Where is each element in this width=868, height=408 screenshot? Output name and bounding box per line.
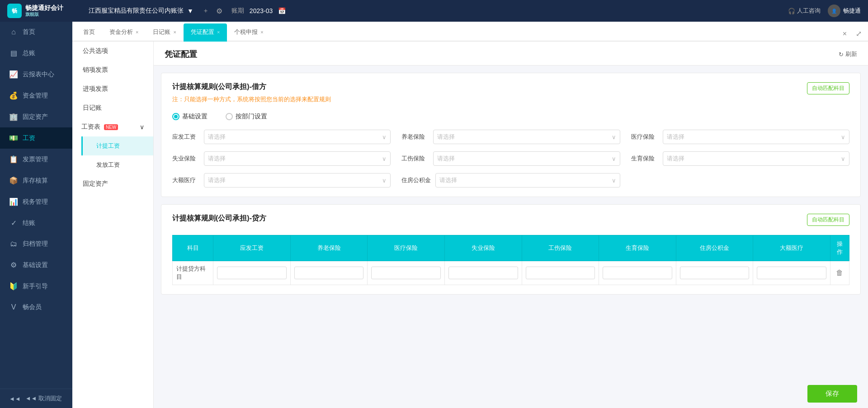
save-button[interactable]: 保存 <box>807 385 857 403</box>
cell-gjj-1[interactable] <box>676 261 753 285</box>
nav-salary-table[interactable]: 工资表 NEW ∨ <box>72 117 153 136</box>
radio-department[interactable]: 按部门设置 <box>226 113 267 121</box>
field-yanglao-select[interactable]: 请选择 ∨ <box>433 130 620 144</box>
add-icon[interactable]: ＋ <box>203 7 209 15</box>
nav-journal[interactable]: 日记账 <box>72 98 153 117</box>
cell-yanglao-1[interactable] <box>290 261 368 285</box>
sidebar-item-tax[interactable]: 📊 税务管理 <box>0 191 72 212</box>
funds-icon: 💰 <box>9 91 18 100</box>
cell-shiye-1[interactable] <box>445 261 522 285</box>
field-yingfa-select[interactable]: 请选择 ∨ <box>204 130 391 144</box>
sidebar-item-settings[interactable]: ⚙ 基础设置 <box>0 254 72 276</box>
radio-basic-label: 基础设置 <box>182 113 208 121</box>
tab-home-label: 首页 <box>83 28 95 36</box>
tab-voucher-close[interactable]: × <box>217 29 220 35</box>
debit-section-note: 注：只能选择一种方式，系统将按照您当前的选择来配置规则 <box>172 95 331 103</box>
cell-action-1[interactable]: 🗑 <box>830 261 849 285</box>
input-shengyu-1[interactable] <box>603 267 672 279</box>
row-label-1: 计提贷方科目 <box>173 261 213 285</box>
refresh-label: 刷新 <box>845 50 857 58</box>
field-yingfa-label: 应发工资 <box>172 133 199 141</box>
sidebar-item-guide[interactable]: 🔰 新手引导 <box>0 276 72 297</box>
tab-voucher[interactable]: 凭证配置 × <box>184 23 227 42</box>
cell-shengyu-1[interactable] <box>599 261 676 285</box>
sidebar-item-settle[interactable]: ✓ 结账 <box>0 212 72 234</box>
input-shiye-1[interactable] <box>448 267 518 279</box>
field-yiliao-placeholder: 请选择 <box>667 133 684 141</box>
input-yanglao-1[interactable] <box>294 267 364 279</box>
left-nav: 公共选项 销项发票 进项发票 日记账 工资表 NEW ∨ 计提工资 发放工资 固… <box>72 42 154 408</box>
sidebar-item-funds[interactable]: 💰 资金管理 <box>0 85 72 106</box>
tab-tax[interactable]: 个税申报 × <box>227 23 270 42</box>
sidebar-item-archive[interactable]: 🗂 归档管理 <box>0 234 72 254</box>
refresh-button[interactable]: ↻ 刷新 <box>839 50 857 58</box>
tab-journal[interactable]: 日记账 × <box>146 23 183 42</box>
support-area[interactable]: 🎧 人工咨询 <box>788 7 821 15</box>
app-title: 畅捷通好会计 <box>25 4 63 12</box>
tab-funds[interactable]: 资金分析 × <box>102 23 146 42</box>
cell-yiliao-1[interactable] <box>368 261 445 285</box>
tab-tax-label: 个税申报 <box>234 28 258 36</box>
support-label: 人工咨询 <box>797 7 821 15</box>
nav-sales[interactable]: 销项发票 <box>72 61 153 80</box>
sidebar-label-ledger: 总账 <box>23 49 35 57</box>
th-gongshang: 工伤保险 <box>522 235 599 261</box>
field-dae-arrow: ∨ <box>382 177 387 184</box>
sidebar-item-assets[interactable]: 🏢 固定资产 <box>0 106 72 127</box>
sidebar-item-reports[interactable]: 📈 云报表中心 <box>0 64 72 85</box>
sidebar-label-archive: 归档管理 <box>23 240 48 248</box>
collapse-label: ◄◄ 取消固定 <box>25 394 62 403</box>
input-yingfa-1[interactable] <box>217 267 287 279</box>
tab-close-all-btn[interactable]: × <box>840 29 849 39</box>
tab-expand-btn[interactable]: ⤢ <box>853 28 864 39</box>
cell-gongshang-1[interactable] <box>522 261 599 285</box>
field-dae-placeholder: 请选择 <box>208 176 226 184</box>
nav-fixed-assets[interactable]: 固定资产 <box>72 174 153 193</box>
field-gjj-select[interactable]: 请选择 ∨ <box>435 173 620 188</box>
sidebar-item-ledger[interactable]: ▤ 总账 <box>0 42 72 64</box>
nav-purchase[interactable]: 进项发票 <box>72 80 153 98</box>
radio-basic[interactable]: 基础设置 <box>172 113 208 121</box>
sidebar-collapse-btn[interactable]: ◄◄ ◄◄ 取消固定 <box>0 389 72 408</box>
calendar-icon[interactable]: 📅 <box>278 7 286 14</box>
input-gjj-1[interactable] <box>680 267 750 279</box>
tab-tax-close[interactable]: × <box>260 29 263 35</box>
sidebar-item-inventory[interactable]: 📦 库存核算 <box>0 170 72 191</box>
sidebar-item-invoices[interactable]: 📋 发票管理 <box>0 149 72 170</box>
delete-row-btn-1[interactable]: 🗑 <box>836 269 843 277</box>
tab-journal-close[interactable]: × <box>173 29 176 35</box>
sidebar: ⌂ 首页 ▤ 总账 📈 云报表中心 💰 资金管理 🏢 固定资产 💵 工资 📋 发… <box>0 22 72 408</box>
sidebar-item-home[interactable]: ⌂ 首页 <box>0 22 72 42</box>
avatar-area[interactable]: 👤 畅捷通 <box>828 5 861 17</box>
nav-pay-salary[interactable]: 发放工资 <box>81 155 153 174</box>
input-gongshang-1[interactable] <box>526 267 595 279</box>
field-gjj-placeholder: 请选择 <box>439 176 457 184</box>
nav-calc-salary[interactable]: 计提工资 <box>81 136 153 155</box>
input-dae-1[interactable] <box>757 267 826 279</box>
field-gongshang-select[interactable]: 请选择 ∨ <box>433 151 620 166</box>
field-yiliao-select[interactable]: 请选择 ∨ <box>663 130 849 144</box>
tab-funds-close[interactable]: × <box>136 29 138 35</box>
field-shiye-select[interactable]: 请选择 ∨ <box>204 151 391 166</box>
debit-section-title-area: 计提核算规则(公司承担)-借方 注：只能选择一种方式，系统将按照您当前的选择来配… <box>172 82 331 111</box>
field-shengyu-select[interactable]: 请选择 ∨ <box>663 151 849 166</box>
archive-icon: 🗂 <box>9 240 18 248</box>
th-yiliao: 医疗保险 <box>368 235 445 261</box>
cell-yingfa-1[interactable] <box>213 261 291 285</box>
settings-icon[interactable]: ⚙ <box>216 7 222 15</box>
field-dae-select[interactable]: 请选择 ∨ <box>204 173 391 188</box>
debit-auto-match-btn[interactable]: 自动匹配科目 <box>807 82 849 94</box>
logo-area: 畅 畅捷通好会计 旗舰版 <box>7 4 80 18</box>
debit-form-grid: 应发工资 请选择 ∨ 养老保险 请选择 ∨ <box>172 130 849 188</box>
input-yiliao-1[interactable] <box>371 267 441 279</box>
credit-auto-match-btn[interactable]: 自动匹配科目 <box>807 214 849 226</box>
sidebar-item-vip[interactable]: V 畅会员 <box>0 297 72 318</box>
nav-public[interactable]: 公共选项 <box>72 42 153 61</box>
cell-dae-1[interactable] <box>753 261 830 285</box>
tab-home[interactable]: 首页 <box>76 23 102 42</box>
company-dropdown[interactable]: ▼ <box>187 7 193 14</box>
radio-group: 基础设置 按部门设置 <box>172 113 849 121</box>
field-yiliao-arrow: ∨ <box>841 134 845 141</box>
field-shengyu-placeholder: 请选择 <box>667 155 684 163</box>
sidebar-item-salary[interactable]: 💵 工资 <box>0 127 72 149</box>
